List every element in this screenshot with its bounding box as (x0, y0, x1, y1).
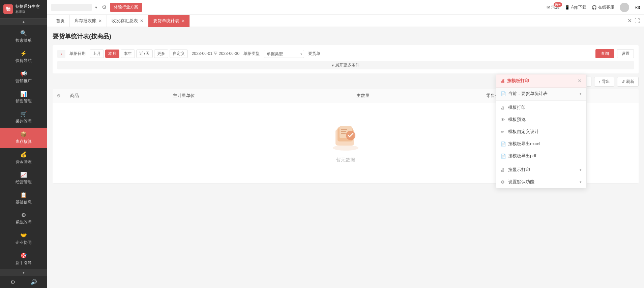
sidebar-item-inventory[interactable]: 📦 库存核算 (0, 128, 47, 148)
sidebar-item-sales[interactable]: 📊 销售管理 (0, 87, 47, 107)
dropdown-display-print-label: 按显示打印 (508, 167, 530, 173)
dropdown-export-excel-item[interactable]: 📄 按模板导出excel (496, 138, 586, 150)
sales-icon: 📊 (20, 91, 27, 97)
sidebar-item-finance[interactable]: 💰 资金管理 (0, 148, 47, 168)
filter-row: › 单据日期 上月 本月 本年 近7天 更多 自定义 2023-06-01 至 … (57, 49, 634, 58)
tab-expand-btn[interactable]: ⛶ (635, 18, 640, 24)
sidebar-item-operations[interactable]: 📈 经营管理 (0, 168, 47, 188)
app-download-label: App下载 (571, 4, 586, 10)
date-more-btn[interactable]: 更多 (154, 50, 168, 58)
sidebar-item-basic[interactable]: 📋 基础信息 (0, 188, 47, 209)
sidebar-item-label: 资金管理 (16, 159, 32, 165)
filter-expand-btn[interactable]: ▾ 展开更多条件 (57, 61, 634, 69)
refresh-btn[interactable]: ↺ 刷新 (617, 77, 639, 87)
filter-actions: 查询 设置 (595, 49, 634, 58)
sidebar-item-label: 经营管理 (16, 179, 32, 185)
sidebar-logo: 畅 畅捷通好生意 标准版 (0, 0, 47, 19)
topbar-settings-icon[interactable]: ⚙ (102, 4, 107, 10)
operations-icon: 📈 (20, 171, 27, 178)
dropdown-template-print-item[interactable]: 🖨 模板打印 (496, 101, 586, 114)
chevron-right-icon: › (61, 51, 62, 57)
sidebar-item-label: 销售管理 (16, 98, 32, 104)
app-download-btn[interactable]: 📱 App下载 (565, 4, 586, 10)
tab-receipts-summary[interactable]: 收发存汇总表 ✕ (107, 15, 148, 27)
inventory-icon: 📦 (20, 131, 27, 137)
tab-order-stats-close[interactable]: ✕ (181, 19, 185, 23)
dropdown-display-print-item[interactable]: 🖨 按显示打印 ▾ (496, 164, 586, 176)
sidebar-item-collab[interactable]: 🤝 企业协同 (0, 229, 47, 249)
export-icon: ↑ (598, 79, 601, 84)
tab-receipts-close[interactable]: ✕ (140, 19, 143, 23)
messages-btn[interactable]: ✉ 消息 99+ (547, 4, 559, 10)
sidebar-scroll-up[interactable]: ▲ (0, 19, 47, 25)
message-icon: ✉ (547, 5, 550, 10)
sidebar-item-search[interactable]: 🔍 搜索菜单 (0, 27, 47, 47)
tabs-bar: 首页 库存批次账 ✕ 收发存汇总表 ✕ 要货单统计表 ✕ ✕ ⛶ (47, 15, 644, 27)
tab-batch-account[interactable]: 库存批次账 ✕ (70, 15, 107, 27)
topbar-dropdown[interactable]: ▾ (95, 5, 97, 10)
dropdown-title: 🖨 按模板打印 (501, 78, 529, 84)
date-filter-nav: 上月 本月 本年 近7天 更多 自定义 (90, 50, 188, 58)
export-btn[interactable]: ↑ 导出 (594, 77, 614, 87)
marketing-icon: 📢 (20, 70, 27, 77)
sidebar-item-system[interactable]: ⚙ 系统管理 (0, 209, 47, 229)
sidebar-item-label: 采购管理 (16, 119, 32, 124)
dropdown-printer-icon: 🖨 (501, 78, 505, 84)
order-type-select[interactable]: 单据类型 (264, 50, 304, 58)
dropdown-title-text: 按模板打印 (507, 78, 529, 84)
dropdown-template-print-label: 模板打印 (508, 104, 526, 110)
topbar-right: ✉ 消息 99+ 📱 App下载 🎧 在线客服 Rit (547, 3, 640, 12)
filter-toggle-btn[interactable]: › (57, 50, 65, 58)
main-content: ▾ ⚙ 体验行业方案 ✉ 消息 99+ 📱 App下载 🎧 在线客服 Rit 首… (47, 0, 644, 288)
logo-icon: 畅 (3, 4, 13, 14)
refresh-label: 刷新 (626, 79, 634, 85)
expand-label: 展开更多条件 (335, 62, 359, 68)
tab-order-stats[interactable]: 要货单统计表 ✕ (148, 15, 190, 27)
tab-home-label: 首页 (56, 18, 65, 24)
tab-home[interactable]: 首页 (51, 15, 70, 27)
sidebar-item-label: 基础信息 (16, 199, 32, 205)
page-title: 要货单统计表(按商品) (53, 32, 639, 40)
empty-text: 暂无数据 (336, 157, 355, 163)
date-7days-btn[interactable]: 近7天 (136, 50, 153, 58)
dropdown-preview-icon: 👁 (501, 117, 505, 122)
dropdown-current-item[interactable]: 📄 当前：要货单统计表 ▾ (496, 88, 586, 100)
dropdown-doc-icon: 📄 (501, 91, 506, 96)
tab-close-all-btn[interactable]: ✕ (627, 18, 632, 24)
dropdown-set-default-item[interactable]: ⚙ 设置默认功能 ▾ (496, 176, 586, 188)
order-type-select-wrap: 单据类型 (264, 50, 304, 58)
tab-batch-account-close[interactable]: ✕ (98, 19, 102, 23)
sidebar-item-guide[interactable]: 🎯 新手引导 (0, 249, 47, 269)
table-unit-header: 主计量单位 (169, 89, 352, 102)
topbar: ▾ ⚙ 体验行业方案 ✉ 消息 99+ 📱 App下载 🎧 在线客服 Rit (47, 0, 644, 15)
dropdown-template-preview-label: 模板预览 (508, 117, 526, 123)
dropdown-close-btn[interactable]: ✕ (578, 78, 582, 84)
sidebar-settings-btn[interactable]: ⚙ (10, 279, 15, 285)
date-custom-btn[interactable]: 自定义 (170, 50, 188, 58)
sidebar-item-purchase[interactable]: 🛒 采购管理 (0, 107, 47, 128)
purchase-icon: 🛒 (20, 111, 27, 117)
sidebar-scroll-down[interactable]: ▼ (0, 269, 47, 276)
date-year-btn[interactable]: 本年 (121, 50, 135, 58)
settings-button[interactable]: 设置 (617, 49, 634, 58)
table-product-header: 商品 (66, 89, 169, 102)
dropdown-template-preview-item[interactable]: 👁 模板预览 (496, 114, 586, 126)
user-avatar[interactable] (620, 3, 629, 12)
query-button[interactable]: 查询 (595, 49, 614, 58)
sidebar-item-quicknav[interactable]: ⚡ 快捷导航 (0, 47, 47, 67)
table-settings-icon[interactable]: ⚙ (57, 93, 61, 98)
dropdown-default-icon: ⚙ (501, 180, 505, 185)
promo-button[interactable]: 体验行业方案 (110, 3, 142, 12)
date-prev-btn[interactable]: 上月 (90, 50, 104, 58)
online-service-btn[interactable]: 🎧 在线客服 (592, 4, 614, 10)
dropdown-template-design-item[interactable]: ✏ 模板自定义设计 (496, 126, 586, 138)
sidebar-item-marketing[interactable]: 📢 营销推广 (0, 67, 47, 87)
search-icon: 🔍 (20, 30, 27, 36)
messages-badge: 99+ (554, 2, 562, 7)
sidebar-item-label: 新手引导 (16, 260, 32, 266)
dropdown-export-pdf-item[interactable]: 📄 按模板导出pdf (496, 150, 586, 162)
date-current-btn[interactable]: 本月 (105, 50, 119, 58)
topbar-search-input[interactable] (51, 4, 92, 11)
dropdown-export-excel-label: 按模板导出excel (508, 141, 540, 147)
sidebar-audio-btn[interactable]: 🔊 (30, 279, 37, 285)
